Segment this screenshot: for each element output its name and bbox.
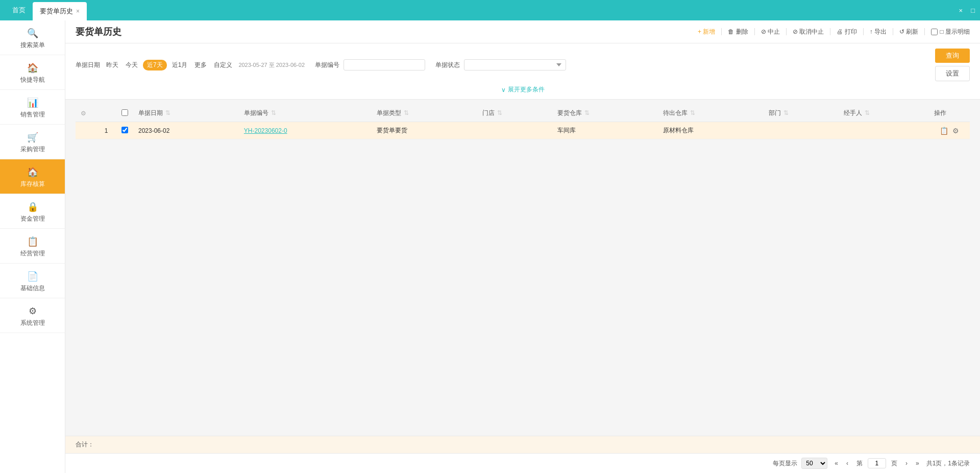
- table-settings-icon[interactable]: ⚙: [81, 110, 86, 117]
- prev-page-btn[interactable]: ‹: [843, 459, 851, 468]
- row-settings-cell: [76, 122, 96, 139]
- date-yesterday-btn[interactable]: 昨天: [104, 60, 120, 70]
- last-page-btn[interactable]: »: [913, 459, 922, 468]
- sidebar-item-sales-mgmt[interactable]: 📊 销售管理: [0, 90, 65, 125]
- divider1: [721, 28, 722, 35]
- sort-doc-date-icon: ⇅: [165, 109, 170, 116]
- table-area: ⚙ 单据日期 ⇅ 单据编号 ⇅: [65, 100, 980, 436]
- refresh-button[interactable]: ↺ 刷新: [899, 28, 918, 36]
- divider2: [754, 28, 755, 35]
- date-today-btn[interactable]: 今天: [124, 60, 140, 70]
- sidebar-item-purchase-mgmt[interactable]: 🛒 采购管理: [0, 125, 65, 159]
- row-delete-icon[interactable]: ⚙: [952, 127, 959, 135]
- row-doc-no-link[interactable]: YH-20230602-0: [244, 127, 287, 134]
- divider4: [830, 28, 830, 35]
- display-cell-checkbox[interactable]: [931, 29, 938, 35]
- th-doc-type[interactable]: 单据类型 ⇅: [372, 105, 477, 122]
- sort-doc-no-icon: ⇅: [271, 109, 276, 116]
- sidebar-item-operations[interactable]: 📋 经营管理: [0, 229, 65, 264]
- row-handler: [839, 122, 929, 139]
- sidebar-item-search-menu[interactable]: 🔍 搜索菜单: [0, 20, 65, 55]
- window-close-btn[interactable]: ×: [959, 7, 963, 14]
- page-header: 要货单历史 + 新增 🗑 删除 ⊘ 中止 ⊘ 取消中止 🖨 打印 ↑ 导出 ↺ …: [65, 20, 980, 43]
- expand-more-icon: ∨: [501, 86, 506, 93]
- operations-icon: 📋: [27, 236, 38, 247]
- row-ops-cell: 📋 ⚙: [929, 122, 970, 139]
- th-handler[interactable]: 经手人 ⇅: [839, 105, 929, 122]
- date-filter-label: 单据日期: [76, 61, 100, 69]
- expand-more-btn[interactable]: ∨ 展开更多条件: [76, 85, 970, 94]
- row-doc-type: 要货单要货: [372, 122, 477, 139]
- sidebar-item-finance[interactable]: 🔒 资金管理: [0, 194, 65, 229]
- date-last1month-btn[interactable]: 近1月: [170, 60, 190, 70]
- sidebar-item-inventory[interactable]: 🏠 库存核算: [0, 159, 65, 194]
- row-edit-icon[interactable]: 📋: [940, 127, 948, 135]
- sort-req-warehouse-icon: ⇅: [584, 109, 590, 116]
- setting-button[interactable]: 设置: [935, 66, 970, 81]
- date-last7days-btn[interactable]: 近7天: [143, 60, 167, 70]
- divider3: [786, 28, 787, 35]
- page-label-pre: 第: [853, 458, 866, 469]
- row-department: [764, 122, 839, 139]
- status-filter-label: 单据状态: [435, 61, 460, 69]
- new-button[interactable]: + 新增: [698, 28, 715, 36]
- th-ops: 操作: [929, 105, 970, 122]
- query-button[interactable]: 查询: [935, 49, 970, 63]
- pagination: 每页显示 50 10 20 100 « ‹ 第 页 › » 共1页，1条记录: [65, 453, 980, 473]
- cancel-stop-button[interactable]: ⊘ 取消中止: [793, 28, 824, 36]
- finance-icon: 🔒: [27, 201, 38, 212]
- row-doc-no: YH-20230602-0: [239, 122, 372, 139]
- basic-info-icon: 📄: [27, 271, 38, 282]
- tab-close-icon[interactable]: ×: [76, 8, 80, 15]
- docno-filter-group: 单据编号: [315, 59, 425, 70]
- date-filter-group: 单据日期 昨天 今天 近7天 近1月 更多 自定义 2023-05-27 至 2…: [76, 60, 305, 70]
- th-department[interactable]: 部门 ⇅: [764, 105, 839, 122]
- status-filter-group: 单据状态: [435, 59, 566, 70]
- date-custom-btn[interactable]: 自定义: [212, 60, 234, 70]
- select-all-checkbox[interactable]: [121, 109, 128, 116]
- filter-row: 单据日期 昨天 今天 近7天 近1月 更多 自定义 2023-05-27 至 2…: [76, 49, 970, 81]
- row-checkbox-cell: [116, 122, 133, 139]
- sidebar-item-quick-nav[interactable]: 🏠 快捷导航: [0, 55, 65, 90]
- sidebar-item-system-mgmt[interactable]: ⚙ 系统管理: [0, 298, 65, 333]
- delete-button[interactable]: 🗑 删除: [728, 28, 748, 36]
- first-page-btn[interactable]: «: [831, 459, 841, 468]
- docno-input[interactable]: [344, 59, 425, 70]
- export-button[interactable]: ↑ 导出: [870, 28, 887, 36]
- divider5: [863, 28, 864, 35]
- per-page-select[interactable]: 50 10 20 100: [801, 458, 827, 469]
- sort-doc-type-icon: ⇅: [404, 109, 409, 116]
- display-cell-button[interactable]: □ 显示明细: [931, 28, 970, 36]
- window-maximize-btn[interactable]: □: [971, 7, 975, 14]
- row-num-cell: 1: [96, 122, 116, 139]
- th-doc-no[interactable]: 单据编号 ⇅: [239, 105, 372, 122]
- total-info: 共1页，1条记录: [926, 459, 970, 468]
- sort-handler-icon: ⇅: [865, 109, 870, 116]
- th-store[interactable]: 门店 ⇅: [477, 105, 552, 122]
- tab-history[interactable]: 要货单历史 ×: [33, 2, 87, 20]
- row-pend-warehouse: 原材料仓库: [658, 122, 764, 139]
- stop-button[interactable]: ⊘ 中止: [761, 28, 780, 36]
- table-body: 1 2023-06-02 YH-20230602-0 要货单要货 车间库 原材料…: [76, 122, 970, 139]
- page-nav: « ‹ 第 页 › »: [831, 458, 922, 469]
- th-pend-warehouse[interactable]: 待出仓库 ⇅: [658, 105, 764, 122]
- tab-home[interactable]: 首页: [5, 0, 33, 20]
- page-input[interactable]: [868, 458, 886, 468]
- page-label-post: 页: [888, 458, 900, 469]
- main-layout: 🔍 搜索菜单 🏠 快捷导航 📊 销售管理 🛒 采购管理 🏠 库存核算 🔒 资金管…: [0, 20, 980, 473]
- quick-nav-icon: 🏠: [27, 62, 38, 74]
- filter-dates: 昨天 今天 近7天 近1月 更多 自定义: [104, 60, 234, 70]
- top-bar: 首页 要货单历史 × × □: [0, 0, 980, 20]
- sort-pend-warehouse-icon: ⇅: [690, 109, 695, 116]
- docno-filter-label: 单据编号: [315, 61, 339, 69]
- divider7: [924, 28, 925, 35]
- th-req-warehouse[interactable]: 要货仓库 ⇅: [552, 105, 658, 122]
- row-checkbox[interactable]: [121, 127, 128, 133]
- status-select[interactable]: [464, 59, 566, 70]
- sidebar-item-basic-info[interactable]: 📄 基础信息: [0, 264, 65, 298]
- date-more-btn[interactable]: 更多: [192, 60, 209, 70]
- print-button[interactable]: 🖨 打印: [837, 28, 856, 36]
- table-footer: 合计：: [65, 436, 980, 453]
- next-page-btn[interactable]: ›: [902, 459, 911, 468]
- th-doc-date[interactable]: 单据日期 ⇅: [133, 105, 239, 122]
